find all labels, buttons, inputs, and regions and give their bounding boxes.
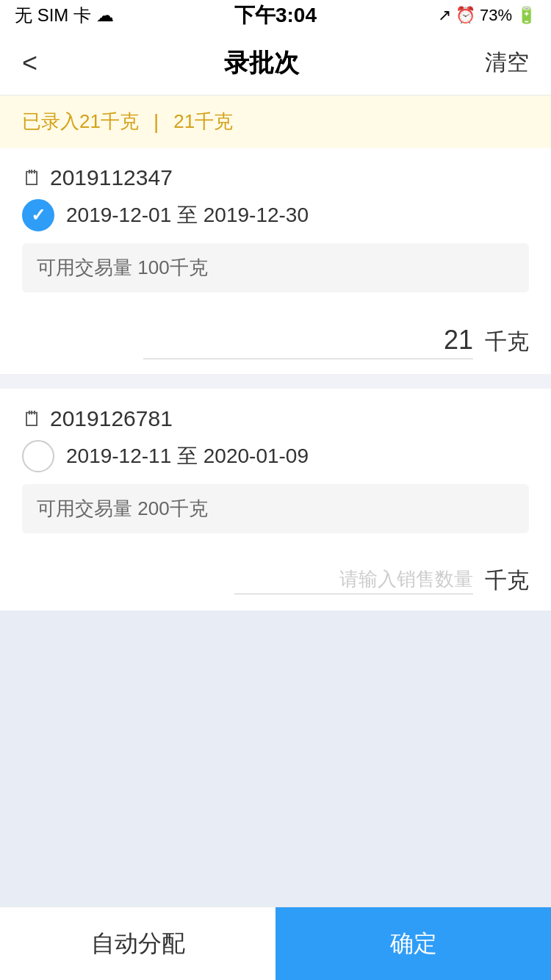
avail-quantity-1: 可用交易量 100千克 [22, 243, 529, 292]
radio-button-2[interactable] [22, 440, 54, 472]
quantity-input-2[interactable] [234, 568, 473, 591]
bottom-bar: 自动分配 确定 [0, 907, 551, 980]
radio-button-1[interactable] [22, 199, 54, 231]
batch-doc-icon-1: 🗒 [22, 166, 43, 190]
quantity-unit-1: 千克 [485, 327, 529, 357]
info-divider: | [154, 110, 159, 134]
recorded-amount-label: 已录入21千克 [22, 109, 139, 134]
battery-label: 73% [480, 6, 512, 25]
clear-button[interactable]: 清空 [485, 48, 529, 78]
section-gap-1 [0, 374, 551, 389]
batch-id-1: 2019112347 [50, 165, 173, 190]
batch-item-2: 🗒 2019126781 2019-12-11 至 2020-01-09 可用交… [0, 389, 551, 610]
batch-item-1: 🗒 2019112347 2019-12-01 至 2019-12-30 可用交… [0, 148, 551, 374]
date-range-2: 2019-12-11 至 2020-01-09 [66, 442, 309, 470]
auto-distribute-button[interactable]: 自动分配 [0, 907, 276, 980]
quantity-unit-2: 千克 [485, 566, 529, 596]
empty-content-area [0, 610, 551, 907]
batch-id-2: 2019126781 [50, 406, 173, 431]
sim-label: 无 SIM 卡 ☁ [15, 4, 114, 27]
back-button[interactable]: < [22, 48, 37, 79]
page-title: 录批次 [224, 46, 299, 80]
battery-icon: 🔋 [516, 6, 536, 25]
amount-value: 21千克 [173, 109, 233, 134]
status-time: 下午3:04 [234, 1, 317, 29]
alarm-icon: ⏰ [455, 6, 475, 25]
avail-quantity-2: 可用交易量 200千克 [22, 484, 529, 533]
date-range-1: 2019-12-01 至 2019-12-30 [66, 201, 309, 229]
quantity-input-1[interactable] [143, 325, 473, 356]
info-bar: 已录入21千克 | 21千克 [0, 96, 551, 148]
batch-doc-icon-2: 🗒 [22, 407, 43, 431]
location-icon: ↗ [438, 6, 451, 25]
confirm-button[interactable]: 确定 [276, 907, 551, 980]
status-right: ↗ ⏰ 73% 🔋 [438, 6, 536, 25]
nav-bar: < 录批次 清空 [0, 31, 551, 96]
status-left: 无 SIM 卡 ☁ [15, 4, 114, 27]
status-bar: 无 SIM 卡 ☁ 下午3:04 ↗ ⏰ 73% 🔋 [0, 0, 551, 31]
